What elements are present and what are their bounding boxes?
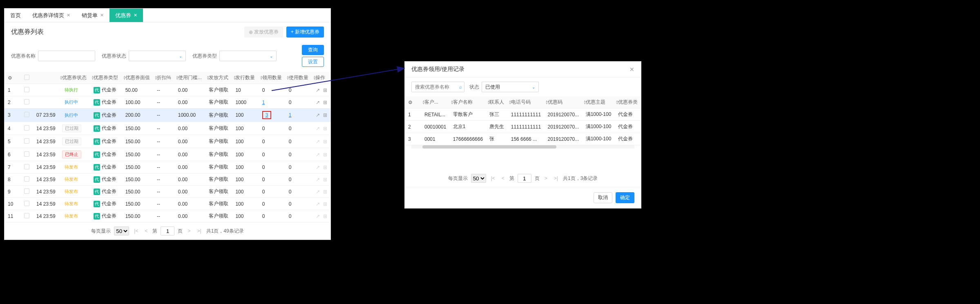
column-header[interactable]: ▲▼优惠主题 [583,96,615,109]
qr-icon[interactable]: ⊞ [323,87,327,93]
modal-status-select[interactable]: 已使用⌄ [482,82,539,92]
table-row[interactable]: 514 23:59已过期代代金券150.00--0.00客户领取10000↗⊞ [4,135,330,148]
table-row[interactable]: 914 23:59待发布代代金券150.00--0.00客户领取10000↗⊞ [4,186,330,198]
table-row[interactable]: 307 23:59执行中代代金券200.00--1000.00客户领取10031… [4,109,330,122]
tab[interactable]: 优惠券✕ [109,9,143,22]
use-count-link[interactable]: 1 [289,112,292,118]
modal-pagination: 每页显示 50 |< < 第 页 > >| 共1页，3条记录 [405,170,641,187]
qr-icon[interactable]: ⊞ [323,152,327,158]
modal-search-input[interactable] [411,82,464,92]
column-header[interactable]: ▲▼领用数量 [259,72,286,84]
qr-icon[interactable]: ⊞ [323,201,327,207]
column-header[interactable]: ▲▼使用门槛... [175,72,205,84]
qr-icon[interactable]: ⊞ [323,139,327,144]
first-page-button[interactable]: |< [132,227,140,235]
share-icon[interactable]: ↗ [316,87,320,93]
modal-page-input[interactable] [518,174,531,183]
column-header[interactable]: ▲▼发行数量 [232,72,259,84]
table-row[interactable]: 1待执行代代金券50.00--0.00客户领取1000↗⊞ [4,84,330,96]
share-icon[interactable]: ↗ [316,112,320,118]
settings-button[interactable]: 设置 [302,57,324,67]
modal-prev-page-button[interactable]: < [500,175,506,182]
horizontal-scrollbar[interactable] [411,145,634,149]
chevron-down-icon: ⌄ [179,54,182,58]
qr-icon[interactable]: ⊞ [323,126,327,131]
type-badge: 代 [94,164,100,171]
share-icon[interactable]: ↗ [316,100,320,105]
per-page-select[interactable]: 50 [114,226,129,235]
coupon-status-select[interactable]: ⌄ [129,51,186,61]
close-icon[interactable]: ✕ [630,66,634,73]
modal-per-page-select[interactable]: 50 [471,174,486,183]
column-header[interactable]: ▲▼优惠券类 [615,96,641,109]
qr-icon[interactable]: ⊞ [323,164,327,170]
column-header[interactable]: ▲▼操作 [312,72,330,84]
usage-record-modal: 优惠券领用/使用记录 ✕ ⌕ 状态 已使用⌄ ⚙ ▲▼客户...▲▼客户名称▲▼… [404,61,641,209]
filter-bar: 优惠券名称 优惠券状态 ⌄ 优惠券类型 ⌄ 查询 设置 [4,42,330,72]
column-header[interactable]: ▲▼优惠券类型 [90,72,122,84]
modal-first-page-button[interactable]: |< [489,175,497,182]
column-header[interactable]: ▲▼联系人 [486,96,507,109]
next-page-button[interactable]: > [186,227,192,235]
confirm-button[interactable]: 确定 [616,192,634,203]
table-row[interactable]: 1114 23:59待发布代代金券150.00--0.00客户领取10000↗⊞ [4,210,330,222]
coupon-type-select[interactable]: ⌄ [219,51,277,61]
table-row[interactable]: 614 23:59已终止代代金券150.00--0.00客户领取10000↗⊞ [4,148,330,161]
cancel-button[interactable]: 取消 [594,192,612,203]
column-header[interactable]: ▲▼优惠券状态 [59,72,90,84]
column-header[interactable]: ▲▼发放方式 [205,72,232,84]
share-icon[interactable]: ↗ [316,126,320,131]
table-row[interactable]: 1014 23:59待发布代代金券150.00--0.00客户领取10000↗⊞ [4,198,330,210]
share-icon[interactable]: ↗ [316,152,320,158]
take-count-link[interactable]: 1 [262,100,265,105]
qr-icon[interactable]: ⊞ [323,213,327,219]
share-icon[interactable]: ↗ [316,177,320,182]
column-header[interactable]: ▲▼优惠券面值 [122,72,154,84]
time-col [33,72,59,84]
table-row[interactable]: 814 23:59待发布代代金券150.00--0.00客户领取10000↗⊞ [4,173,330,186]
close-icon[interactable]: ✕ [134,13,137,18]
tab[interactable]: 销货单✕ [76,9,109,22]
column-header[interactable]: ▲▼电话号码 [508,96,545,109]
tab[interactable]: 优惠券详情页✕ [27,9,76,22]
close-icon[interactable]: ✕ [67,13,70,18]
table-row[interactable]: 714 23:59待发布代代金券150.00--0.00客户领取10000↗⊞ [4,161,330,173]
column-header[interactable]: ▲▼使用数量 [286,72,312,84]
page-input[interactable] [161,226,174,235]
close-icon[interactable]: ✕ [100,13,104,18]
status-badge: 已过期 [62,138,81,145]
take-count-link[interactable]: 3 [266,112,268,118]
status-badge: 待发布 [62,176,80,183]
last-page-button[interactable]: >| [196,227,203,235]
gear-col[interactable]: ⚙ [405,96,421,109]
query-button[interactable]: 查询 [302,45,324,55]
share-icon[interactable]: ↗ [316,189,320,195]
modal-next-page-button[interactable]: > [543,175,549,182]
distribute-coupon-button[interactable]: ⊕发放优惠券 [244,27,283,38]
table-row[interactable]: 1RETAIL...零散客户张三111111111112019120070...… [405,109,641,121]
modal-last-page-button[interactable]: >| [552,175,560,182]
coupon-name-input[interactable] [38,51,95,61]
tab[interactable]: 首页 [4,9,27,22]
share-icon[interactable]: ↗ [316,213,320,219]
column-header[interactable]: ▲▼客户... [421,96,450,109]
qr-icon[interactable]: ⊞ [323,100,327,105]
qr-icon[interactable]: ⊞ [323,177,327,182]
table-row[interactable]: 200010001北京1唐先生111111111112019120070...满… [405,121,641,133]
table-row[interactable]: 414 23:59已过期代代金券150.00--0.00客户领取10000↗⊞ [4,122,330,135]
select-all-col[interactable] [21,72,33,84]
column-header[interactable]: ▲▼折扣% [154,72,175,84]
share-icon[interactable]: ↗ [316,164,320,170]
share-icon[interactable]: ↗ [316,139,320,144]
column-header[interactable]: ▲▼客户名称 [450,96,487,109]
prev-page-button[interactable]: < [143,227,149,235]
search-icon[interactable]: ⌕ [459,84,462,90]
column-header[interactable]: ▲▼优惠码 [545,96,583,109]
share-icon[interactable]: ↗ [316,201,320,207]
table-row[interactable]: 3000117666666666张156 6666 ...2019120070.… [405,133,641,145]
qr-icon[interactable]: ⊞ [323,189,327,195]
table-row[interactable]: 2执行中代代金券100.00--0.00客户领取100010↗⊞ [4,96,330,109]
qr-icon[interactable]: ⊞ [323,112,327,118]
add-coupon-button[interactable]: + 新增优惠券 [286,27,324,38]
gear-col[interactable]: ⚙ [4,72,21,84]
